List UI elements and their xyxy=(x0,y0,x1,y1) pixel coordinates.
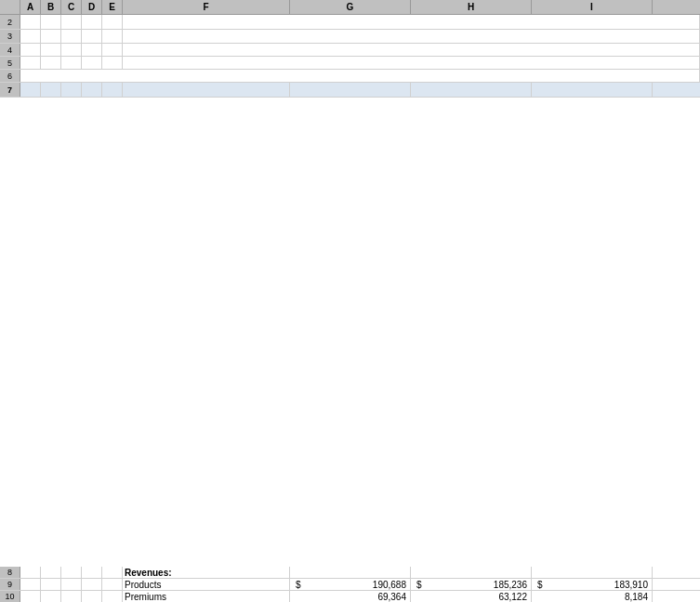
col-header-h: H xyxy=(411,0,532,14)
date-header-g xyxy=(290,83,411,97)
row-4: 4 xyxy=(0,44,700,57)
spreadsheet: A B C D E F G H I 2 3 xyxy=(0,0,700,567)
rownum-10: 10 xyxy=(0,591,20,602)
row-6: 6 xyxy=(0,70,700,83)
unit-line xyxy=(123,57,700,69)
column-headers: A B C D E F G H I xyxy=(0,0,700,15)
cell-g-9: $190,688 xyxy=(290,579,411,590)
col-header-g: G xyxy=(290,0,411,14)
row-10: 10 Premiums69,36463,1228,184 xyxy=(0,591,700,602)
label-10: Premiums xyxy=(123,591,290,602)
col-header-c: C xyxy=(61,0,82,14)
cell-2d xyxy=(82,15,102,29)
cell-h-8 xyxy=(411,567,532,578)
col-header-a: A xyxy=(20,0,41,14)
date-line xyxy=(123,44,700,56)
rownum-3: 3 xyxy=(0,30,20,43)
row-9: 9 Products$190,688$185,236$183,910 xyxy=(0,579,700,591)
rownum-8: 8 xyxy=(0,567,20,578)
date-header-h xyxy=(411,83,532,97)
col-header-i: I xyxy=(532,0,653,14)
row-8: 8Revenues: xyxy=(0,567,700,579)
cell-h-9: $185,236 xyxy=(411,579,532,590)
col-header-b: B xyxy=(41,0,61,14)
col-header-d: D xyxy=(82,0,102,14)
cell-2a xyxy=(20,15,41,29)
row-7: 7 xyxy=(0,83,700,98)
cell-i-10: 8,184 xyxy=(532,591,653,602)
row-5: 5 xyxy=(0,57,700,70)
row-2: 2 xyxy=(0,15,700,30)
label-9: Products xyxy=(123,579,290,590)
cell-2c xyxy=(61,15,82,29)
sheet-body: 2 3 4 5 xyxy=(0,15,700,98)
rownum-5: 5 xyxy=(0,57,20,69)
col-header-e: E xyxy=(102,0,123,14)
date-header-i xyxy=(532,83,653,97)
label-8: Revenues: xyxy=(123,567,290,578)
title xyxy=(123,15,700,29)
row-num-header xyxy=(0,0,20,14)
cell-2e xyxy=(102,15,123,29)
subtitle xyxy=(123,30,700,43)
cell-g-10: 69,364 xyxy=(290,591,411,602)
row-3: 3 xyxy=(0,30,700,44)
rownum-4: 4 xyxy=(0,44,20,56)
cell-h-10: 63,122 xyxy=(411,591,532,602)
cell-i-8 xyxy=(532,567,653,578)
col-header-f: F xyxy=(123,0,290,14)
cell-g-8 xyxy=(290,567,411,578)
cell-2b xyxy=(41,15,61,29)
rownum-9: 9 xyxy=(0,579,20,590)
rownum-2: 2 xyxy=(0,15,20,29)
rownum-7: 7 xyxy=(0,83,20,97)
cell-i-9: $183,910 xyxy=(532,579,653,590)
